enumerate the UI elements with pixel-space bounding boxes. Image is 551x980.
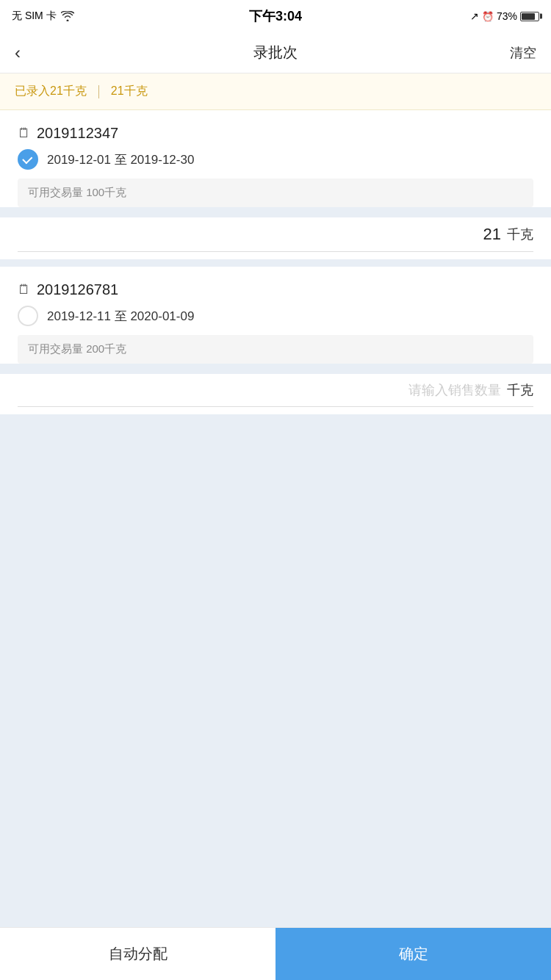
- radio-2[interactable]: [18, 306, 38, 326]
- amount-container-1: 千克: [0, 217, 551, 259]
- batch-header-1: 🗒 2019112347: [18, 125, 533, 142]
- amount-unit-2: 千克: [507, 381, 533, 399]
- doc-icon-2: 🗒: [18, 282, 31, 298]
- amount-container-2: 请输入销售数量 千克: [0, 374, 551, 414]
- footer: 自动分配 确定: [0, 927, 551, 980]
- item-bottom-space-2: [0, 407, 551, 414]
- clear-button[interactable]: 清空: [510, 44, 536, 62]
- batch-date-row-1[interactable]: 2019-12-01 至 2019-12-30: [18, 149, 533, 170]
- status-left: 无 SIM 卡: [12, 10, 74, 23]
- page-title: 录批次: [253, 43, 298, 62]
- confirm-button[interactable]: 确定: [276, 928, 551, 980]
- location-icon: ↗: [470, 10, 479, 22]
- auto-distribute-button[interactable]: 自动分配: [0, 928, 276, 980]
- summary-divider: [98, 85, 99, 98]
- batch-date-1: 2019-12-01 至 2019-12-30: [47, 151, 194, 168]
- batch-header-2: 🗒 2019126781: [18, 281, 533, 298]
- nav-bar: ‹ 录批次 清空: [0, 32, 551, 73]
- batch-date-2: 2019-12-11 至 2020-01-09: [47, 308, 194, 325]
- batch-date-row-2[interactable]: 2019-12-11 至 2020-01-09: [18, 306, 533, 326]
- doc-icon-1: 🗒: [18, 126, 31, 141]
- batch-availability-1: 可用交易量 100千克: [18, 179, 533, 207]
- main-content: 🗒 2019112347 2019-12-01 至 2019-12-30 可用交…: [0, 110, 551, 964]
- wifi-icon: [61, 11, 74, 21]
- status-right: ↗ ⏰ 73%: [470, 10, 539, 22]
- section-separator: [0, 259, 551, 267]
- battery-percent: 73%: [497, 10, 517, 22]
- item-bottom-space-1: [0, 252, 551, 259]
- batch-item-2: 🗒 2019126781 2019-12-11 至 2020-01-09 可用交…: [0, 267, 551, 364]
- carrier-text: 无 SIM 卡: [12, 10, 57, 23]
- recorded-amount: 已录入21千克: [15, 84, 87, 99]
- alarm-icon: ⏰: [482, 11, 494, 22]
- batch-availability-2: 可用交易量 200千克: [18, 335, 533, 364]
- amount-unit-1: 千克: [507, 226, 533, 243]
- background-space: [0, 414, 551, 752]
- amount-row-1: 千克: [0, 217, 551, 251]
- status-bar: 无 SIM 卡 下午3:04 ↗ ⏰ 73%: [0, 0, 551, 32]
- back-button[interactable]: ‹: [15, 43, 44, 63]
- status-time: 下午3:04: [249, 7, 302, 25]
- summary-banner: 已录入21千克 21千克: [0, 73, 551, 110]
- amount-placeholder-2: 请输入销售数量: [18, 381, 501, 399]
- amount-input-1[interactable]: [413, 225, 501, 244]
- battery-icon: [520, 12, 539, 21]
- total-amount: 21千克: [111, 84, 148, 99]
- batch-item-1: 🗒 2019112347 2019-12-01 至 2019-12-30 可用交…: [0, 110, 551, 207]
- radio-1[interactable]: [18, 149, 38, 170]
- batch-id-2: 2019126781: [37, 281, 118, 298]
- batch-id-1: 2019112347: [37, 125, 118, 142]
- amount-row-2: 请输入销售数量 千克: [0, 374, 551, 406]
